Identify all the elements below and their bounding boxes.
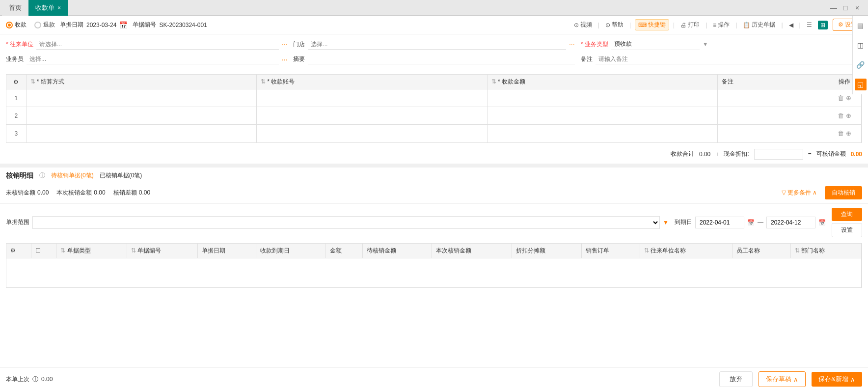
net-label: 可核销金额 (816, 150, 846, 158)
minimize-btn[interactable]: — (830, 4, 838, 12)
query-btn[interactable]: 查询 (832, 208, 862, 221)
row3-copy-icon[interactable]: ⊕ (846, 130, 851, 137)
save-new-label: 保存&新增 (818, 375, 848, 384)
tab-close-btn[interactable]: × (57, 0, 61, 16)
window-close-btn[interactable]: × (853, 4, 861, 12)
history-icon: 📋 (743, 22, 750, 28)
save-draft-arrow-icon: ∧ (793, 376, 798, 383)
row2-payment[interactable] (26, 107, 257, 125)
row3-remark[interactable] (718, 125, 827, 142)
summary-row: 收款合计 0.00 + 现金折扣: = 可核销金额 0.00 (0, 145, 868, 164)
divider5: | (735, 22, 737, 28)
tab-active-label: 收款单 (35, 0, 54, 16)
discard-btn[interactable]: 放弃 (719, 371, 753, 387)
window-controls: — □ × (825, 4, 866, 12)
row1-delete-icon[interactable]: 🗑 (838, 94, 844, 102)
party-label: * 往来单位 (6, 40, 33, 49)
maximize-btn[interactable]: □ (841, 4, 849, 12)
save-new-btn[interactable]: 保存&新增 ∧ (812, 372, 862, 387)
bth-settings[interactable]: ⚙ (6, 244, 31, 258)
summary-input[interactable] (308, 54, 574, 64)
footer-value: 0.00 (41, 376, 53, 383)
row1-account[interactable] (257, 89, 488, 107)
row3-delete-icon[interactable]: 🗑 (838, 130, 844, 137)
filter-settings-btn[interactable]: 设置 (832, 223, 862, 237)
tab-home[interactable]: 首页 (2, 0, 28, 16)
nav-prev[interactable]: ◀ (787, 21, 795, 29)
bth-party-name-label: 往来单位名称 (651, 247, 686, 254)
sidebar-icon-4[interactable]: ◱ (855, 79, 867, 90)
more-conditions-label: 更多条件 (787, 189, 811, 197)
biz-type-dropdown-icon[interactable]: ▼ (703, 41, 708, 48)
more-conditions-btn[interactable]: ▽ 更多条件 ∧ (782, 189, 817, 197)
th-amount-label: * 收款金额 (498, 78, 525, 85)
row2-delete-icon[interactable]: 🗑 (838, 112, 844, 119)
party-input[interactable] (36, 39, 279, 50)
row1-actions: 🗑 ⊕ (831, 94, 857, 102)
doc-date-value[interactable]: 2023-03-24 (86, 22, 116, 28)
nav-list[interactable]: ☰ (805, 21, 814, 29)
row2-remark[interactable] (718, 107, 827, 125)
date-to-input[interactable] (766, 217, 815, 228)
sort-icon3: ⇅ (491, 78, 496, 85)
row2-account[interactable] (257, 107, 488, 125)
print-link[interactable]: 🖨 打印 (678, 20, 702, 30)
footer-spacer (0, 290, 868, 314)
video-link[interactable]: ⊙ 视频 (572, 20, 594, 30)
verification-info-icon[interactable]: ⓘ (39, 171, 45, 180)
remark-input[interactable] (596, 54, 862, 64)
row1-remark[interactable] (718, 89, 827, 107)
row1-payment[interactable] (26, 89, 257, 107)
history-label: 历史单据 (752, 21, 775, 29)
range-dropdown-icon[interactable]: ▼ (663, 219, 669, 226)
doc-num-value[interactable]: SK-20230324-001 (159, 22, 207, 28)
nav-grid[interactable]: ⊞ (818, 21, 828, 29)
help-link[interactable]: ⊙ 帮助 (603, 20, 625, 30)
store-more-icon[interactable]: ··· (569, 40, 575, 48)
radio-refund[interactable]: 退款 (34, 21, 55, 29)
due-date-filter: 到期日 📅 — 📅 (675, 217, 826, 228)
party-more-icon[interactable]: ··· (282, 40, 288, 48)
discount-label: 现金折扣: (724, 150, 749, 158)
salesman-input[interactable] (27, 54, 279, 64)
info-icon[interactable]: ⓘ (32, 375, 38, 384)
completed-tab[interactable]: 已核销单据(0笔) (100, 171, 142, 180)
pending-tab[interactable]: 待核销单据(0笔) (51, 171, 94, 180)
operations-link[interactable]: ≡ 操作 (711, 20, 732, 30)
row2-copy-icon[interactable]: ⊕ (846, 112, 851, 119)
range-select[interactable] (32, 216, 660, 229)
save-draft-btn[interactable]: 保存草稿 ∧ (759, 371, 806, 387)
radio-receipt[interactable]: 收款 (6, 21, 27, 29)
store-input[interactable] (308, 39, 566, 50)
calendar-to-icon[interactable]: 📅 (818, 219, 826, 226)
row1-copy-icon[interactable]: ⊕ (846, 94, 851, 102)
unchecked-amount: 未核销金额 0.00 (6, 189, 49, 197)
sidebar-icon-3[interactable]: 🔗 (855, 59, 867, 71)
row3-payment[interactable] (26, 125, 257, 142)
shortcut-link[interactable]: ⌨ 快捷键 (635, 19, 669, 30)
calendar-icon[interactable]: 📅 (119, 21, 128, 29)
help-label: 帮助 (612, 21, 624, 29)
video-label: 视频 (580, 21, 592, 29)
doc-date-field: 单据日期 2023-03-24 📅 (60, 21, 128, 29)
sidebar-icon-1[interactable]: ▤ (855, 20, 867, 31)
settings-icon: ⚙ (838, 21, 843, 28)
divider1: | (598, 22, 599, 28)
th-settings[interactable]: ⚙ (6, 75, 26, 89)
sidebar-icon-2[interactable]: ◫ (855, 39, 867, 51)
history-link[interactable]: 📋 历史单据 (741, 20, 777, 30)
bth-checkbox[interactable]: ☐ (31, 244, 56, 258)
row3-account[interactable] (257, 125, 488, 142)
salesman-more-icon[interactable]: ··· (282, 56, 288, 63)
biz-type-value[interactable]: 预收款 (611, 38, 700, 50)
row1-amount[interactable] (487, 89, 718, 107)
date-from-input[interactable] (695, 217, 744, 228)
tab-active[interactable]: 收款单 × (28, 0, 68, 16)
auto-verify-btn[interactable]: 自动核销 (825, 186, 862, 199)
row3-amount[interactable] (487, 125, 718, 142)
calendar-from-icon[interactable]: 📅 (747, 219, 755, 226)
discount-input[interactable] (754, 149, 803, 160)
row2-amount[interactable] (487, 107, 718, 125)
print-label: 打印 (688, 21, 700, 29)
diff-value: 0.00 (139, 189, 150, 196)
